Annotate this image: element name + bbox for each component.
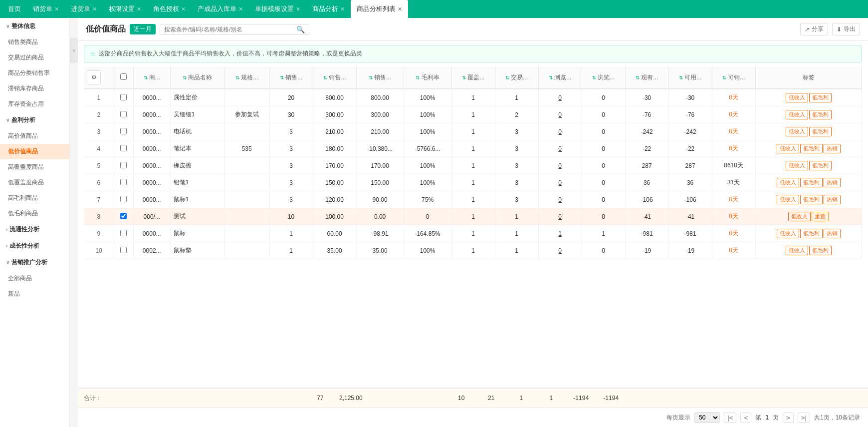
sort-icon-qty: ⇅	[280, 75, 284, 80]
views1-link[interactable]: 0	[558, 179, 562, 186]
sidebar-item-low-profit[interactable]: 低毛利商品	[0, 206, 69, 221]
sidebar-item-high-value[interactable]: 高价值商品	[0, 128, 69, 144]
col-trade[interactable]: ⇅ 交易...	[495, 66, 538, 89]
col-current-stock[interactable]: ⇅ 现有...	[625, 66, 668, 89]
col-sellable[interactable]: ⇅ 可销...	[712, 66, 755, 89]
nav-purchase[interactable]: 进货单 ✕	[65, 0, 103, 18]
col-coverage[interactable]: ⇅ 覆盖...	[451, 66, 495, 89]
cell-views2: 1	[582, 225, 625, 242]
search-input[interactable]	[164, 26, 294, 33]
cell-name: 属性定价	[170, 89, 224, 106]
sidebar-group-profit-title[interactable]: ∨ 盈利分析	[0, 112, 69, 128]
cell-code: 0000...	[133, 191, 170, 208]
next-page-button[interactable]: >	[783, 413, 794, 423]
nav-roles[interactable]: 角色授权 ✕	[147, 0, 192, 18]
sidebar-item-stock-fund[interactable]: 库存资金占用	[0, 96, 69, 112]
views1-link[interactable]: 0	[558, 196, 562, 203]
col-margin[interactable]: ⇅ 毛利率	[404, 66, 451, 89]
nav-permissions-close[interactable]: ✕	[137, 6, 141, 12]
col-sales-amount[interactable]: ⇅ 销售...	[313, 66, 356, 89]
row-checkbox[interactable]	[120, 247, 127, 253]
nav-sales-close[interactable]: ✕	[54, 6, 59, 12]
cell-name: 吴细细1	[170, 106, 224, 123]
row-checkbox[interactable]	[120, 128, 127, 134]
sidebar-item-high-profit[interactable]: 高毛利商品	[0, 190, 69, 206]
views1-link[interactable]: 1	[558, 230, 562, 237]
sidebar-item-high-coverage[interactable]: 高覆盖度商品	[0, 159, 69, 175]
views1-link[interactable]: 0	[558, 128, 562, 135]
last-page-button[interactable]: >|	[798, 413, 810, 423]
select-all-checkbox[interactable]	[120, 73, 127, 80]
row-checkbox[interactable]	[120, 145, 127, 151]
col-tags: 标签	[755, 66, 862, 89]
nav-purchase-close[interactable]: ✕	[92, 6, 97, 12]
col-views1[interactable]: ⇅ 浏览...	[538, 66, 582, 89]
sidebar-item-low-value[interactable]: 低价值商品	[0, 144, 69, 159]
per-page-select[interactable]: 50 100 200	[694, 412, 720, 423]
nav-warehouse[interactable]: 产成品入库单 ✕	[192, 0, 249, 18]
nav-analysis[interactable]: 商品分析 ✕	[306, 0, 351, 18]
nav-analysis-list[interactable]: 商品分析列表 ✕	[351, 0, 408, 18]
sidebar-group-overall-title[interactable]: ∨ 整体信息	[0, 18, 69, 34]
nav-warehouse-close[interactable]: ✕	[238, 6, 243, 12]
col-sales-qty[interactable]: ⇅ 销售...	[269, 66, 313, 89]
sidebar-toggle[interactable]: ‹	[70, 38, 78, 63]
views1-link[interactable]: 0	[558, 213, 562, 220]
tag-label: 低收入	[786, 93, 808, 102]
nav-analysis-list-close[interactable]: ✕	[398, 6, 402, 12]
views1-link[interactable]: 0	[558, 94, 562, 101]
cell-available: -22	[668, 140, 712, 157]
col-views2[interactable]: ⇅ 浏览...	[582, 66, 625, 89]
nav-sales[interactable]: 销货单 ✕	[27, 0, 65, 18]
cell-current-stock: -981	[625, 225, 668, 242]
sidebar-item-new-goods[interactable]: 新品	[0, 286, 69, 302]
row-checkbox[interactable]	[120, 196, 127, 202]
col-spec[interactable]: ⇅ 规格...	[224, 66, 269, 89]
views1-link[interactable]: 0	[558, 162, 562, 169]
cell-num: 2	[84, 106, 114, 123]
nav-analysis-close[interactable]: ✕	[340, 6, 345, 12]
sidebar-item-category-sales[interactable]: 商品分类销售率	[0, 65, 69, 81]
col-sales-cost[interactable]: ⇅ 销售...	[356, 66, 404, 89]
sort-icon-stock: ⇅	[636, 75, 640, 80]
sidebar-item-traded-goods[interactable]: 交易过的商品	[0, 50, 69, 65]
sidebar-item-sales-goods[interactable]: 销售类商品	[0, 34, 69, 50]
cell-coverage: 1	[451, 89, 495, 106]
nav-permissions[interactable]: 权限设置 ✕	[103, 0, 147, 18]
nav-home[interactable]: 首页	[2, 0, 27, 18]
search-icon[interactable]: 🔍	[296, 25, 305, 33]
row-checkbox[interactable]	[120, 162, 127, 168]
sidebar-group-marketing-title[interactable]: ∨ 营销推广分析	[0, 254, 69, 271]
views1-link[interactable]: 0	[558, 111, 562, 118]
sidebar-item-low-coverage[interactable]: 低覆盖度商品	[0, 175, 69, 190]
first-page-button[interactable]: |<	[724, 413, 736, 423]
views1-link[interactable]: 0	[558, 145, 562, 152]
row-checkbox[interactable]	[120, 230, 127, 236]
cell-sales-amount: 300.00	[313, 106, 356, 123]
nav-template-close[interactable]: ✕	[296, 6, 300, 12]
export-button[interactable]: ⬇ 导出	[832, 23, 860, 35]
sidebar-item-slow-goods[interactable]: 滞销库存商品	[0, 81, 69, 96]
views1-link[interactable]: 0	[558, 247, 562, 254]
tag-label: 低收入	[777, 144, 799, 153]
row-checkbox[interactable]	[120, 213, 127, 219]
sidebar-group-growth-title[interactable]: › 成长性分析	[0, 238, 69, 254]
time-filter[interactable]: 近一月	[130, 24, 156, 34]
nav-roles-close[interactable]: ✕	[181, 6, 186, 12]
sidebar-group-liquidity-title[interactable]: › 流通性分析	[0, 221, 69, 238]
cell-margin: 100%	[404, 157, 451, 174]
cell-tags: 低收入低毛利热销	[755, 225, 862, 242]
row-checkbox[interactable]	[120, 111, 127, 117]
col-available[interactable]: ⇅ 可用...	[668, 66, 712, 89]
col-name[interactable]: ⇅ 商品名称	[170, 66, 224, 89]
settings-button[interactable]: ⚙	[87, 70, 101, 84]
row-checkbox[interactable]	[120, 94, 127, 100]
tag-label: 低毛利	[800, 195, 823, 204]
sidebar-item-all-goods[interactable]: 全部商品	[0, 271, 69, 286]
row-checkbox[interactable]	[120, 179, 127, 185]
prev-page-button[interactable]: <	[740, 413, 751, 423]
nav-template[interactable]: 单据模板设置 ✕	[249, 0, 306, 18]
share-button[interactable]: ↗ 分享	[800, 23, 828, 35]
col-code[interactable]: ⇅ 商...	[133, 66, 170, 89]
tag-label: 低收入	[786, 110, 808, 119]
